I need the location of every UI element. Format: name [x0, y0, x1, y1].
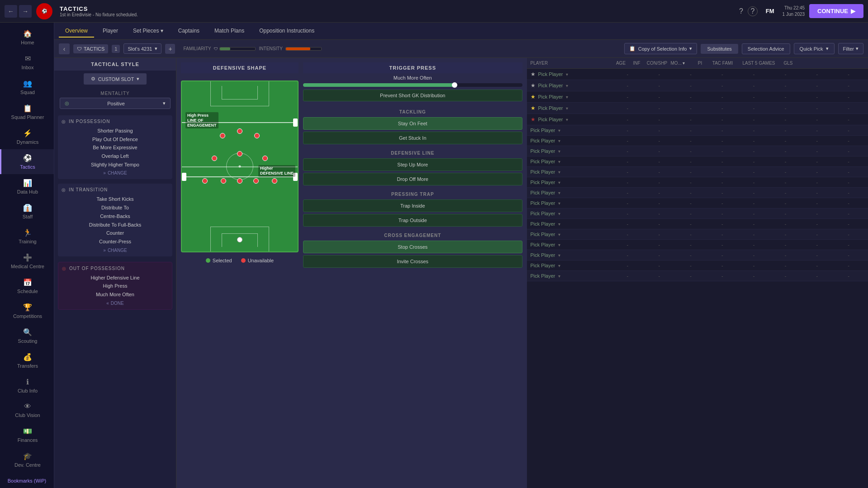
sidebar-item-home[interactable]: 🏠 Home: [0, 25, 54, 50]
step-up-more-button[interactable]: Step Up More: [303, 158, 522, 171]
sidebar-item-medical[interactable]: ➕ Medical Centre: [0, 249, 54, 274]
player-row[interactable]: Pick Player ▾ - - - - - - - -: [527, 261, 868, 271]
player-row[interactable]: Pick Player ▾ - - - - - - - -: [527, 208, 868, 219]
trap-outside-button[interactable]: Trap Outside: [303, 214, 522, 227]
chevron-down-icon[interactable]: ▾: [558, 149, 560, 154]
chevron-down-icon[interactable]: ▾: [566, 106, 568, 111]
chevron-down-icon[interactable]: ▾: [566, 117, 568, 122]
chevron-down-icon[interactable]: ▾: [558, 201, 560, 206]
chevron-down-icon[interactable]: ▾: [558, 128, 560, 133]
sidebar-item-club-vision[interactable]: 👁 Club Vision: [0, 398, 54, 422]
chevron-down-icon[interactable]: ▾: [558, 190, 560, 195]
chevron-down-icon[interactable]: ▾: [558, 222, 560, 227]
chevron-down-icon[interactable]: ▾: [558, 159, 560, 164]
player-row[interactable]: ★ Pick Player ▾ - - - - - - - -: [527, 69, 868, 80]
player-row[interactable]: Pick Player ▾ - - - - - - - -: [527, 167, 868, 177]
stay-on-feet-button[interactable]: Stay On Feet: [303, 117, 522, 130]
last5-cell: -: [801, 180, 833, 185]
chevron-down-icon[interactable]: ▾: [558, 242, 560, 247]
get-stuck-in-button[interactable]: Get Stuck In: [303, 132, 522, 144]
tab-captains[interactable]: Captains: [172, 25, 206, 38]
chevron-down-icon[interactable]: ▾: [558, 253, 560, 258]
sidebar-item-dynamics[interactable]: ⚡ Dynamics: [0, 124, 54, 149]
player-row[interactable]: Pick Player ▾ - - - - - - - -: [527, 271, 868, 281]
sidebar-item-training[interactable]: 🏃 Training: [0, 224, 54, 249]
player-row[interactable]: Pick Player ▾ - - - - - - - -: [527, 219, 868, 229]
tab-set-pieces[interactable]: Set Pieces ▾: [127, 25, 170, 38]
mentality-dropdown[interactable]: ◎ Positive ▾: [60, 98, 171, 109]
sidebar-item-club-info[interactable]: ℹ Club Info: [0, 373, 54, 398]
chevron-down-icon[interactable]: ▾: [558, 211, 560, 216]
player-name-cell: ★ Pick Player ▾: [531, 82, 612, 89]
sidebar-item-data-hub[interactable]: 📊 Data Hub: [0, 174, 54, 199]
player-row[interactable]: Pick Player ▾ - - - - - - - -: [527, 156, 868, 167]
defensive-line-header: DEFENSIVE LINE: [303, 151, 522, 156]
custom-slot-button[interactable]: ⚙ CUSTOM SLOT ▾: [84, 73, 147, 85]
tab-overview[interactable]: Overview: [59, 25, 94, 38]
player-row[interactable]: Pick Player ▾ - - - - - - - -: [527, 250, 868, 261]
player-row[interactable]: Pick Player ▾ - - - - - - - -: [527, 146, 868, 156]
sidebar-item-scouting[interactable]: 🔍 Scouting: [0, 323, 54, 348]
tab-opposition[interactable]: Opposition Instructions: [253, 25, 321, 38]
sidebar-item-schedule[interactable]: 📅 Schedule: [0, 274, 54, 298]
sidebar-item-squad[interactable]: 👥 Squad: [0, 75, 54, 99]
in-transition-change-button[interactable]: » CHANGE: [103, 248, 127, 253]
sidebar-item-inbox[interactable]: ✉ Inbox: [0, 50, 54, 75]
player-row[interactable]: ★ Pick Player ▾ - - - - - - - -: [527, 103, 868, 114]
stop-crosses-button[interactable]: Stop Crosses: [303, 241, 522, 253]
nav-arrows[interactable]: ← →: [5, 5, 32, 18]
sidebar-item-competitions[interactable]: 🏆 Competitions: [0, 298, 54, 323]
invite-crosses-button[interactable]: Invite Crosses: [303, 255, 522, 268]
player-row[interactable]: Pick Player ▾ - - - - - - - -: [527, 177, 868, 188]
chevron-down-icon[interactable]: ▾: [566, 95, 568, 99]
player-row[interactable]: Pick Player ▾ - - - - - - - -: [527, 188, 868, 198]
tab-match-plans[interactable]: Match Plans: [208, 25, 251, 38]
drop-off-more-button[interactable]: Drop Off More: [303, 173, 522, 185]
chevron-down-icon[interactable]: ▾: [566, 83, 568, 88]
trap-inside-button[interactable]: Trap Inside: [303, 199, 522, 212]
mo-cell: -: [707, 159, 738, 164]
player-row[interactable]: Pick Player ▾ - - - - - - - -: [527, 229, 868, 240]
chevron-down-icon[interactable]: ▾: [566, 72, 568, 77]
continue-button[interactable]: CONTINUE ▶: [809, 4, 863, 18]
sidebar-item-staff[interactable]: 👔 Staff: [0, 199, 54, 224]
player-row[interactable]: ★ Pick Player ▾ - - - - - - - -: [527, 114, 868, 125]
sidebar-item-transfers[interactable]: 💰 Transfers: [0, 348, 54, 373]
chevron-down-icon[interactable]: ▾: [558, 263, 560, 268]
tab-player[interactable]: Player: [96, 25, 124, 38]
sidebar-item-tactics[interactable]: ⚽ Tactics: [0, 149, 54, 174]
forward-button[interactable]: →: [19, 5, 32, 18]
chevron-down-icon[interactable]: ▾: [558, 138, 560, 143]
back-button[interactable]: ←: [5, 5, 17, 18]
bookmarks-button[interactable]: Bookmarks (WiP): [0, 474, 54, 488]
sidebar-item-dev-centre[interactable]: 🎓 Dev. Centre: [0, 447, 54, 472]
trigger-press-bar[interactable]: [303, 83, 522, 87]
selection-advice-button[interactable]: Selection Advice: [742, 43, 790, 54]
pi-cell: -: [738, 211, 770, 216]
prevent-gk-button[interactable]: Prevent Short GK Distribution: [303, 90, 522, 101]
chevron-down-icon[interactable]: ▾: [558, 180, 560, 185]
help-icon[interactable]: ?: [739, 7, 743, 15]
chevron-down-icon[interactable]: ▾: [558, 170, 560, 175]
substitutes-button[interactable]: Substitutes: [701, 44, 738, 54]
player-row[interactable]: ★ Pick Player ▾ - - - - - - - -: [527, 80, 868, 91]
copy-dropdown[interactable]: 📋 Copy of Selection Info ▾: [624, 43, 697, 54]
player-row[interactable]: ★ Pick Player ▾ - - - - - - - -: [527, 91, 868, 103]
player-row[interactable]: Pick Player ▾ - - - - - - - -: [527, 240, 868, 250]
in-possession-change-button[interactable]: » CHANGE: [103, 171, 127, 175]
quick-pick-button[interactable]: Quick Pick ▾: [794, 43, 835, 54]
player-row[interactable]: Pick Player ▾ - - - - - - - -: [527, 125, 868, 136]
player-row[interactable]: Pick Player ▾ - - - - - - - -: [527, 198, 868, 208]
player-row[interactable]: Pick Player ▾ - - - - - - - -: [527, 136, 868, 146]
chevron-down-icon[interactable]: ▾: [558, 232, 560, 237]
sidebar-item-squad-planner[interactable]: 📋 Squad Planner: [0, 99, 54, 124]
sidebar-item-label: Club Info: [18, 388, 38, 393]
filter-button[interactable]: Filter ▾: [838, 43, 863, 54]
chevron-down-icon[interactable]: ▾: [558, 274, 560, 279]
slot-selector[interactable]: Slot's 4231 ▾: [123, 43, 161, 54]
out-possession-done-button[interactable]: « DONE: [106, 301, 123, 306]
collapse-button[interactable]: ‹: [59, 43, 70, 54]
add-slot-button[interactable]: +: [165, 44, 175, 54]
sidebar-item-finances[interactable]: 💵 Finances: [0, 422, 54, 447]
question-icon[interactable]: ?: [748, 6, 758, 16]
